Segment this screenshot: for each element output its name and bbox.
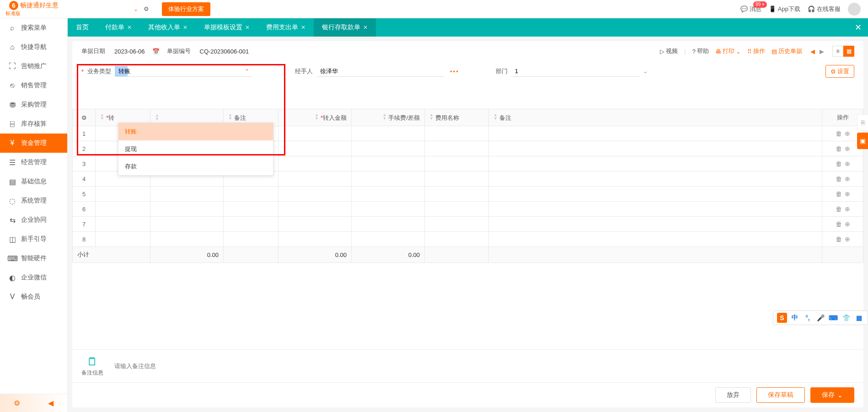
delete-row-icon[interactable]: 🗑 <box>836 145 842 152</box>
ime-keyboard-icon[interactable]: ⌨ <box>828 313 838 323</box>
handler-more-icon[interactable]: ••• <box>450 68 459 75</box>
dropdown-option-1[interactable]: 提现 <box>118 140 273 158</box>
sidebar-item-4[interactable]: ⛃采购管理 <box>0 95 67 114</box>
chevron-down-icon[interactable]: ⌄ <box>643 68 648 75</box>
prev-button[interactable]: ◀ <box>809 47 817 56</box>
biz-type-input[interactable] <box>115 66 252 77</box>
tab-3[interactable]: 单据模板设置✕ <box>196 18 258 37</box>
sidebar-item-3[interactable]: ⎋销售管理 <box>0 76 67 95</box>
float-item-2[interactable]: ▣ <box>857 133 868 149</box>
ime-bar: S 中 °, 🎤 ⌨ 👕 ▦ <box>773 310 868 325</box>
tab-1[interactable]: 付款单✕ <box>97 18 140 37</box>
col-in-amount[interactable]: ▲▼*转入金额 <box>279 109 352 126</box>
ime-s-icon[interactable]: S <box>777 313 787 323</box>
ime-punct-icon[interactable]: °, <box>803 313 813 323</box>
try-industry-button[interactable]: 体验行业方案 <box>162 2 210 16</box>
operate-button[interactable]: ⠿操作 <box>747 47 765 55</box>
delete-row-icon[interactable]: 🗑 <box>836 190 842 198</box>
table-row[interactable]: 7🗑⊕ <box>73 217 863 232</box>
doc-date-value[interactable]: 2023-06-06 <box>114 48 145 55</box>
tab-2[interactable]: 其他收入单✕ <box>140 18 196 37</box>
nav-arrows: ◀ ▶ <box>809 47 826 56</box>
sidebar-item-1[interactable]: ⌂快捷导航 <box>0 37 67 57</box>
help-button[interactable]: ?帮助 <box>692 47 709 55</box>
company-selector[interactable]: ⌄ ⚙ <box>68 4 158 14</box>
video-button[interactable]: ▷视频 <box>660 47 678 55</box>
ime-ch-icon[interactable]: 中 <box>790 313 800 323</box>
tab-0[interactable]: 首页 <box>68 18 97 37</box>
sidebar-item-7[interactable]: ☰经营管理 <box>0 153 67 172</box>
sidebar-item-8[interactable]: ▤基础信息 <box>0 172 67 191</box>
dropdown-option-0[interactable]: 转账 <box>118 123 273 140</box>
messages-button[interactable]: 💬 消息 99 + <box>740 5 761 13</box>
sidebar-item-11[interactable]: ◫新手引导 <box>0 230 67 249</box>
sidebar-item-9[interactable]: ◌系统管理 <box>0 191 67 210</box>
doc-date-label: 单据日期 <box>81 47 105 55</box>
delete-row-icon[interactable]: 🗑 <box>836 205 842 213</box>
delete-row-icon[interactable]: 🗑 <box>836 160 842 167</box>
ime-shirt-icon[interactable]: 👕 <box>841 313 851 323</box>
history-button[interactable]: ▤历史单据 <box>772 47 802 55</box>
close-icon[interactable]: ✕ <box>363 24 368 31</box>
row-actions: 🗑⊕ <box>822 187 863 202</box>
save-button[interactable]: 保存⌄ <box>810 387 854 403</box>
close-icon[interactable]: ✕ <box>183 24 188 31</box>
discard-button[interactable]: 放弃 <box>715 387 751 403</box>
save-draft-button[interactable]: 保存草稿 <box>756 387 805 403</box>
add-row-icon[interactable]: ⊕ <box>845 145 850 152</box>
sidebar-item-12[interactable]: ⌨智能硬件 <box>0 249 67 268</box>
sidebar-item-0[interactable]: ⌕搜索菜单 <box>0 18 67 37</box>
handler-input[interactable] <box>316 66 445 77</box>
close-icon[interactable]: ✕ <box>245 24 250 31</box>
print-button[interactable]: 🖶打印 ⌄ <box>715 47 741 55</box>
col-remark2[interactable]: ▲▼备注 <box>489 109 822 126</box>
ime-grid-icon[interactable]: ▦ <box>854 313 864 323</box>
sidebar-item-5[interactable]: ⌸库存核算 <box>0 114 67 134</box>
add-row-icon[interactable]: ⊕ <box>845 175 850 182</box>
add-row-icon[interactable]: ⊕ <box>845 190 850 198</box>
sidebar-settings-icon[interactable]: ⚙ <box>14 399 20 407</box>
float-item-1[interactable]: ⎘ <box>857 114 868 131</box>
table-row[interactable]: 6🗑⊕ <box>73 202 863 217</box>
add-row-icon[interactable]: ⊕ <box>845 160 850 167</box>
close-icon[interactable]: ✕ <box>127 24 132 31</box>
ime-mic-icon[interactable]: 🎤 <box>815 313 825 323</box>
dropdown-option-2[interactable]: 存款 <box>118 158 273 175</box>
col-fee-name[interactable]: ▲▼费用名称 <box>425 109 489 126</box>
col-fee[interactable]: ▲▼手续费/差额 <box>352 109 425 126</box>
avatar[interactable] <box>848 3 861 16</box>
view-list-button[interactable]: ≡ <box>832 46 843 57</box>
sidebar-item-6[interactable]: ¥资金管理 <box>0 134 67 153</box>
delete-row-icon[interactable]: 🗑 <box>836 235 842 243</box>
delete-row-icon[interactable]: 🗑 <box>836 220 842 228</box>
sidebar-icon: ⎋ <box>8 81 16 90</box>
dept-input[interactable] <box>511 66 639 77</box>
company-settings-icon[interactable]: ⚙ <box>142 4 151 14</box>
tab-4[interactable]: 费用支出单✕ <box>258 18 314 37</box>
delete-row-icon[interactable]: 🗑 <box>836 175 842 182</box>
sidebar-item-10[interactable]: ⇆企业协同 <box>0 210 67 230</box>
view-grid-button[interactable]: ▦ <box>843 46 854 57</box>
sidebar-item-2[interactable]: ⛶营销推广 <box>0 57 67 76</box>
add-row-icon[interactable]: ⊕ <box>845 205 850 213</box>
tab-5[interactable]: 银行存取款单✕ <box>314 18 376 37</box>
next-button[interactable]: ▶ <box>818 47 826 56</box>
close-icon[interactable]: ✕ <box>301 24 305 31</box>
settings-button[interactable]: ⚙ 设置 <box>825 65 854 78</box>
calendar-icon[interactable]: 📅 <box>152 48 160 55</box>
remarks-input[interactable] <box>111 359 854 373</box>
chevron-up-icon[interactable]: ⌃ <box>245 68 249 75</box>
table-settings-header[interactable]: ⚙ <box>73 109 96 126</box>
add-row-icon[interactable]: ⊕ <box>845 220 850 228</box>
online-service-button[interactable]: 🎧 在线客服 <box>808 5 841 13</box>
app-download-button[interactable]: 📱 App下载 <box>769 5 800 13</box>
close-all-tabs-button[interactable]: ✕ <box>848 22 868 32</box>
add-row-icon[interactable]: ⊕ <box>845 130 850 137</box>
table-row[interactable]: 5🗑⊕ <box>73 187 863 202</box>
sidebar-item-14[interactable]: V畅会员 <box>0 287 67 306</box>
delete-row-icon[interactable]: 🗑 <box>836 130 842 137</box>
sidebar-collapse-icon[interactable]: ◀ <box>48 399 54 407</box>
table-row[interactable]: 8🗑⊕ <box>73 232 863 247</box>
add-row-icon[interactable]: ⊕ <box>845 235 850 243</box>
sidebar-item-13[interactable]: ◐企业微信 <box>0 268 67 287</box>
